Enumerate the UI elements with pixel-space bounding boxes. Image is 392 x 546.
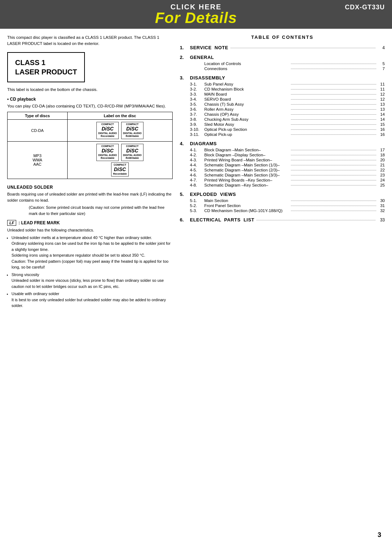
toc-sub-entry: 4-2. Block Diagram –Display Section– 18 — [190, 153, 385, 157]
toc-sub-label: Block Diagram –Display Section– — [204, 153, 290, 157]
toc-section-3: 3. DISASSEMBLY 3-1. Sub Panel Assy 11 3-… — [180, 75, 385, 137]
toc-sub-num: 3-11. — [190, 132, 204, 137]
toc-sub-dots — [291, 150, 376, 150]
left-column: This compact disc player is classified a… — [7, 35, 173, 310]
toc-num-1: 1. — [180, 45, 190, 50]
list-item: Unleaded solder melts at a temperature a… — [12, 235, 173, 270]
disc-table-col2: Label on the disc — [67, 112, 172, 119]
toc-page-6: 33 — [378, 217, 385, 222]
toc-sub-dots — [291, 124, 376, 125]
toc-sub-page: 25 — [378, 183, 385, 187]
toc-sub-dots — [291, 180, 376, 180]
toc-entry-4: 4. DIAGRAMS — [180, 141, 385, 146]
unleaded-solder-title: UNLEADED SOLDER — [7, 185, 173, 190]
toc-entry-3: 3. DISASSEMBLY — [180, 75, 385, 81]
toc-sub-page: 5 — [378, 61, 385, 66]
toc-sub-dots — [291, 69, 376, 69]
toc-section-1: 1. SERVICE NOTE 4 — [180, 45, 385, 50]
toc-sub-label: Schematic Diagram –Key Section– — [204, 183, 290, 187]
toc-sub-num: 4-3. — [190, 158, 204, 162]
toc-sub-dots — [291, 170, 376, 170]
disc-icons-mp3wma: COMPACT DiSC DIGITAL AUDIO Recordable CO… — [67, 141, 172, 179]
toc-sub-page: 24 — [378, 178, 385, 182]
toc-sub-page: 12 — [378, 97, 385, 101]
toc-sub-label: Location of Controls — [204, 61, 290, 66]
toc-label-4: DIAGRAMS — [190, 141, 217, 146]
toc-sub-entry: 3-8. Chucking Arm Sub Assy 14 — [190, 117, 385, 121]
toc-sub-entry: 3-2. CD Mechanism Block 11 — [190, 87, 385, 91]
toc-sub-dots — [291, 119, 376, 120]
bullet-sub-text: It is best to use only unleaded solder b… — [12, 297, 173, 309]
toc-sub-label: Optical Pick-up Section — [204, 127, 290, 132]
intro-text: This compact disc player is classified a… — [7, 35, 173, 47]
toc-label-2: GENERAL — [190, 55, 214, 60]
toc-sub-page: 18 — [378, 153, 385, 157]
toc-sub-page: 17 — [378, 148, 385, 152]
toc-title: TABLE OF CONTENTS — [180, 35, 385, 40]
toc-sub-dots — [291, 114, 376, 115]
class-laser-text: CLASS 1 LASER PRODUCT — [15, 58, 77, 77]
toc-sub-label: Sled Motor Assy — [204, 122, 290, 127]
toc-sub-page: 11 — [378, 82, 385, 86]
page-number: 3 — [378, 531, 381, 539]
toc-sub-num: 4-8. — [190, 183, 204, 187]
toc-sub-dots — [291, 155, 376, 155]
toc-sub-entry: 3-6. Roller Arm Assy 13 — [190, 107, 385, 111]
bullet-main-text: Strong viscosity — [12, 272, 39, 277]
header: CLICK HERE For Details CDX-GT33U — [0, 0, 392, 29]
toc-sub-page: 13 — [378, 107, 385, 111]
toc-sub-entry: 4-6. Schematic Diagram –Main Section (3/… — [190, 173, 385, 177]
toc-sub-label: Connections — [204, 66, 290, 71]
toc-label-6: ELECTRICAL PARTS LIST — [190, 217, 254, 222]
toc-sub-entry: 5-2. Front Panel Section 31 — [190, 203, 385, 208]
toc-sub-dots — [291, 175, 376, 175]
unleaded-text1: Boards requiring use of unleaded solder … — [7, 191, 173, 203]
toc-entry-5: 5. EXPLODED VIEWS — [180, 192, 385, 197]
lead-free-intro: Unleaded solder has the following charac… — [7, 227, 173, 233]
bullet-main-text: Unleaded solder melts at a temperature a… — [12, 235, 152, 240]
toc-page-1: 4 — [378, 45, 385, 50]
toc-sub-page: 7 — [378, 66, 385, 71]
toc-sub-entry: 4-1. Block Diagram –Main Section– 17 — [190, 148, 385, 152]
toc-sub-page: 14 — [378, 117, 385, 121]
bullet-point: • — [7, 97, 10, 102]
toc-sub-num: 4-7. — [190, 178, 204, 182]
toc-sub-label: Schematic Diagram –Main Section (3/3)– — [204, 173, 290, 177]
label-location: This label is located on the bottom of t… — [7, 87, 173, 92]
toc-sub-dots — [291, 134, 376, 135]
toc-sub-num: 4-1. — [190, 148, 204, 152]
bullet-sub-text: Soldering irons using a temperature regu… — [12, 252, 173, 258]
toc-sub-num: 5-2. — [190, 203, 204, 208]
toc-section-4: 4. DIAGRAMS 4-1. Block Diagram –Main Sec… — [180, 141, 385, 187]
toc-sub-label: Printed Wiring Boards –Key Section– — [204, 178, 290, 182]
lead-free-mark-section: LF : LEAD FREE MARK — [7, 220, 173, 226]
toc-dots-6 — [256, 220, 375, 220]
toc-sub-label: Printed Wiring Board –Main Section– — [204, 158, 290, 162]
toc-sub-entry: 3-11. Optical Pick-up 16 — [190, 132, 385, 137]
toc-sub-num: 3-2. — [190, 87, 204, 91]
disc-type-mp3wma: MP3WMAAAC — [8, 141, 68, 179]
toc-sub-label: CD Mechanism Section (MG-101Y-188//Q) — [204, 208, 290, 213]
right-column: TABLE OF CONTENTS 1. SERVICE NOTE 4 2. G… — [180, 35, 385, 310]
toc-sub-page: 23 — [378, 173, 385, 177]
disc-icon-recordable: COMPACT DiSC DIGITAL AUDIO Recordable — [96, 122, 119, 139]
toc-sub-entry: 4-7. Printed Wiring Boards –Key Section–… — [190, 178, 385, 182]
toc-sub-dots — [291, 185, 376, 185]
toc-sub-label: Schematic Diagram –Main Section (1/3)– — [204, 163, 290, 167]
block-main-section: Block Diagram –Main Section– — [204, 148, 290, 152]
toc-sub-num: 3-10. — [190, 127, 204, 132]
toc-sub-num: 4-4. — [190, 163, 204, 167]
toc-sub-label: Chucking Arm Sub Assy — [204, 117, 290, 121]
lf-box: LF — [7, 220, 16, 226]
toc-sub-entry: 3-1. Sub Panel Assy 11 — [190, 82, 385, 86]
toc-sub-num: 4-5. — [190, 168, 204, 172]
toc-num-2: 2. — [180, 55, 190, 60]
disc-type-cdda: CD-DA — [8, 119, 68, 141]
disc-icon-compact-recordable: COMPACT DiSC Recordable — [111, 162, 128, 177]
toc-sub-entry: 4-3. Printed Wiring Board –Main Section–… — [190, 158, 385, 162]
toc-sub-num: 5-1. — [190, 198, 204, 203]
bullet-sub-text: Ordinary soldering irons can be used but… — [12, 240, 173, 252]
disc-icon-mp3-rewritable: COMPACT DiSC DIGITAL AUDIO ReWritable — [121, 144, 143, 161]
lead-free-bullets: Unleaded solder melts at a temperature a… — [12, 235, 173, 309]
toc-sub-label: Schematic Diagram –Main Section (2/3)– — [204, 168, 290, 172]
